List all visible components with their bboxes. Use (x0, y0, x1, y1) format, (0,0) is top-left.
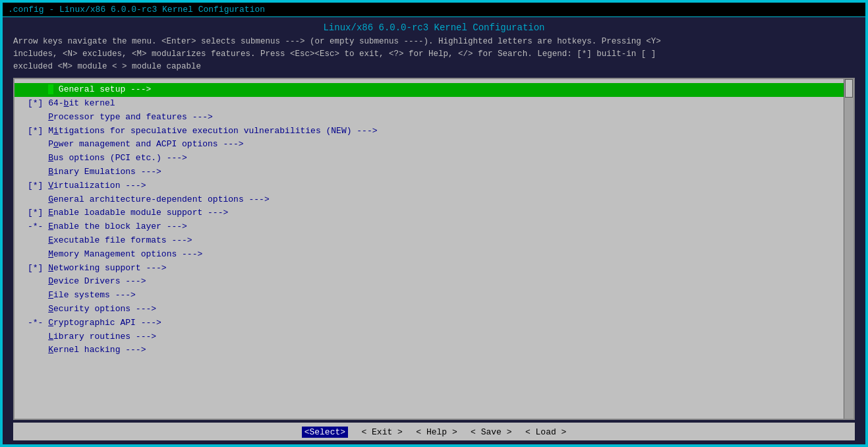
body: Linux/x86 6.0.0-rc3 Kernel Configuration… (3, 17, 865, 444)
help-line-2: includes, <N> excludes, <M> modularizes … (13, 48, 855, 61)
menu-item-kernel-hacking[interactable]: Kernel hacking ---> (14, 343, 844, 357)
select-button[interactable]: <Select> (302, 427, 348, 438)
footer-buttons: <Select> < Exit > < Help > < Save > < Lo… (13, 423, 855, 440)
menu-item-networking[interactable]: [*] Networking support ---> (14, 262, 844, 276)
help-line-1: Arrow keys navigate the menu. <Enter> se… (13, 36, 855, 48)
title-bar: .config - Linux/x86 6.0.0-rc3 Kernel Con… (3, 3, 865, 17)
menu-item-power[interactable]: Power management and ACPI options ---> (14, 138, 844, 152)
help-text-area: Arrow keys navigate the menu. <Enter> se… (13, 36, 855, 73)
menu-item-library[interactable]: Library routines ---> (14, 330, 844, 344)
outer-window: .config - Linux/x86 6.0.0-rc3 Kernel Con… (0, 0, 868, 447)
load-button[interactable]: < Load > (525, 427, 566, 437)
help-line-3: excluded <M> module < > module capable (13, 61, 855, 73)
scrollbar-thumb[interactable] (845, 79, 853, 98)
save-button[interactable]: < Save > (471, 427, 511, 437)
menu-item-loadable[interactable]: [*] Enable loadable module support ---> (14, 206, 844, 220)
menu-item-filesystems[interactable]: File systems ---> (14, 289, 844, 303)
menu-items: General setup ---> [*] 64-bit kernel Pro… (14, 79, 844, 419)
menu-item-general-arch[interactable]: General architecture-dependent options -… (14, 193, 844, 207)
menu-box: General setup ---> [*] 64-bit kernel Pro… (13, 78, 855, 420)
menu-item-memory[interactable]: Memory Management options ---> (14, 248, 844, 262)
menu-item-block[interactable]: -*- Enable the block layer ---> (14, 220, 844, 234)
center-title: Linux/x86 6.0.0-rc3 Kernel Configuration (13, 22, 855, 33)
menu-item-general-setup[interactable]: General setup ---> (14, 83, 844, 97)
menu-item-bus[interactable]: Bus options (PCI etc.) ---> (14, 152, 844, 165)
menu-item-mitigations[interactable]: [*] Mitigations for speculative executio… (14, 125, 844, 138)
menu-item-64bit[interactable]: [*] 64-bit kernel (14, 97, 844, 111)
menu-item-binary[interactable]: Binary Emulations ---> (14, 165, 844, 179)
window-title: .config - Linux/x86 6.0.0-rc3 Kernel Con… (8, 5, 265, 15)
menu-item-crypto[interactable]: -*- Cryptographic API ---> (14, 316, 844, 330)
menu-item-security[interactable]: Security options ---> (14, 303, 844, 316)
general-setup-indicator (48, 84, 53, 94)
help-button[interactable]: < Help > (416, 427, 457, 437)
menu-item-virtualization[interactable]: [*] Virtualization ---> (14, 179, 844, 193)
scrollbar[interactable] (844, 79, 854, 419)
exit-button[interactable]: < Exit > (361, 427, 402, 437)
menu-item-processor[interactable]: Processor type and features ---> (14, 111, 844, 125)
menu-item-device-drivers[interactable]: Device Drivers ---> (14, 275, 844, 289)
menu-item-executable[interactable]: Executable file formats ---> (14, 234, 844, 248)
